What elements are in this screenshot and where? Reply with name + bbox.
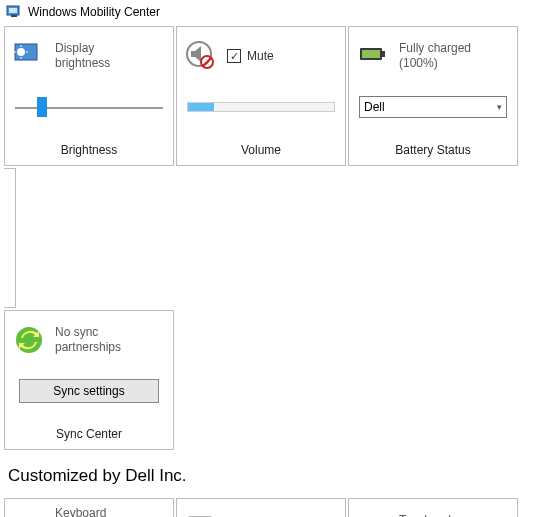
power-plan-value: Dell [364, 100, 385, 114]
checkbox-checked-icon: ✓ [227, 49, 241, 63]
svg-line-11 [203, 58, 211, 66]
chevron-down-icon: ▾ [497, 102, 502, 112]
svg-rect-13 [382, 51, 385, 57]
battery-label: Fully charged (100%) [399, 41, 471, 71]
touchpad-label: Touchpad: On [399, 513, 454, 517]
tiles-row-3: Keyboard Brightness: Off Keyboard Backli… [0, 496, 533, 517]
svg-rect-1 [9, 8, 17, 13]
tiles-row-1: Display brightness Brightness ✓ Mute Vol… [0, 24, 533, 310]
svg-rect-14 [362, 50, 380, 58]
power-plan-select[interactable]: Dell ▾ [359, 96, 507, 118]
sync-footer: Sync Center [5, 421, 173, 449]
speaker-muted-icon [185, 40, 217, 72]
tile-brightness: Display brightness Brightness [4, 26, 174, 166]
tile-keyboard-backlight: Keyboard Brightness: Off Keyboard Backli… [4, 498, 174, 517]
mute-label: Mute [247, 49, 274, 63]
battery-icon [357, 40, 389, 72]
edge-stub [4, 168, 16, 308]
tile-battery: Fully charged (100%) Dell ▾ Battery Stat… [348, 26, 518, 166]
sync-label: No sync partnerships [55, 325, 121, 355]
tile-touchpad: Touchpad: On Turn off Adjust Touchpad [348, 498, 518, 517]
sync-settings-button[interactable]: Sync settings [19, 379, 159, 403]
svg-point-4 [17, 48, 25, 56]
fn-key-icon: Fn [185, 512, 217, 517]
title-bar: Windows Mobility Center [0, 0, 533, 24]
mobility-center-icon [6, 4, 22, 20]
custom-section-title: Customized by Dell Inc. [0, 452, 533, 496]
window-title: Windows Mobility Center [28, 5, 160, 19]
sync-icon [13, 324, 45, 356]
tiles-row-2: No sync partnerships Sync settings Sync … [0, 310, 533, 452]
keyboard-icon [13, 512, 45, 517]
tile-sync: No sync partnerships Sync settings Sync … [4, 310, 174, 450]
touchpad-icon [357, 512, 389, 517]
brightness-slider[interactable] [15, 95, 163, 119]
tile-function-key: Fn Function Key Row Function key ▾ Funct… [176, 498, 346, 517]
volume-footer: Volume [177, 137, 345, 165]
svg-rect-2 [11, 15, 17, 17]
tile-volume: ✓ Mute Volume [176, 26, 346, 166]
volume-bar[interactable] [187, 102, 335, 112]
battery-footer: Battery Status [349, 137, 517, 165]
brightness-label: Display brightness [55, 41, 110, 71]
brightness-footer: Brightness [5, 137, 173, 165]
brightness-icon [13, 40, 45, 72]
mute-checkbox[interactable]: ✓ Mute [227, 49, 274, 63]
keyboard-label: Keyboard Brightness: Off [55, 506, 115, 518]
